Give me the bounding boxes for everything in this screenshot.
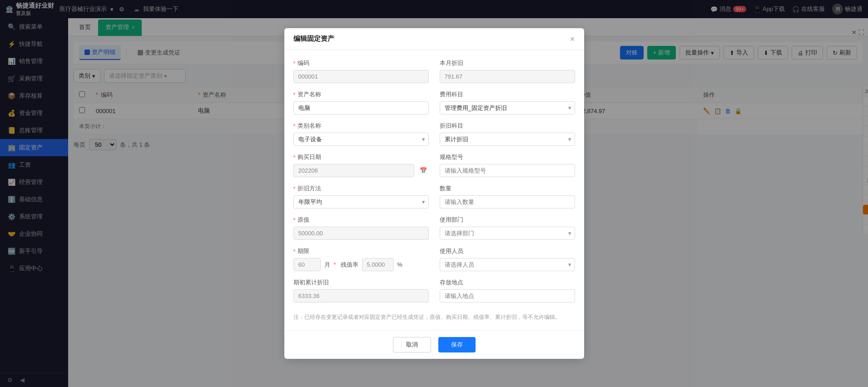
- save-button[interactable]: 保存: [438, 337, 476, 352]
- period-row: 月 * 残值率 %: [293, 258, 429, 271]
- original-value-input[interactable]: [293, 227, 429, 240]
- dep-method-input[interactable]: [293, 195, 429, 208]
- form-label-initial-accumulated: 期初累计折旧: [293, 278, 429, 287]
- form-label-use-person: 使用人员: [440, 247, 575, 255]
- modal-body: * 编码 本月折旧 * 资产名称: [284, 50, 584, 330]
- form-item-period-residual: * 期限 月 * 残值率 %: [293, 247, 429, 271]
- modal-overlay[interactable]: 编辑固定资产 × * 编码 本月折旧: [0, 0, 868, 387]
- period-input[interactable]: [293, 258, 321, 271]
- form-item-use-dept: 使用部门 ▾: [440, 216, 575, 240]
- residual-rate-input[interactable]: [362, 258, 394, 271]
- period-unit: 月: [324, 261, 330, 269]
- form-item-asset-name: * 资产名称: [293, 90, 429, 114]
- form-item-initial-accumulated: 期初累计折旧: [293, 278, 429, 303]
- form-label-period: * 期限: [293, 247, 429, 255]
- modal-header: 编辑固定资产 ×: [284, 28, 584, 50]
- category-wrapper: ▾: [293, 133, 429, 146]
- form-item-expense-subject: 费用科目 ▾: [440, 90, 575, 114]
- form-label-dep-subject: 折旧科目: [440, 122, 575, 130]
- monthly-dep-input[interactable]: [440, 70, 575, 83]
- form-note: 注：已经存在变更记录或者对应固定资产已经生成凭证，原值、购买日期、残值率、累计折…: [293, 313, 575, 321]
- purchase-date-row: 📅: [293, 164, 429, 177]
- code-input[interactable]: [293, 70, 429, 83]
- form-label-storage-location: 存放地点: [440, 278, 575, 287]
- form-item-original-value: * 原值: [293, 216, 429, 240]
- form-label-quantity: 数量: [440, 184, 575, 193]
- form-item-use-person: 使用人员 ▾: [440, 247, 575, 271]
- initial-accumulated-input[interactable]: [293, 289, 429, 303]
- dep-subject-wrapper: ▾: [440, 133, 575, 146]
- use-dept-input[interactable]: [440, 227, 575, 240]
- form-label-original-value: * 原值: [293, 216, 429, 224]
- form-item-spec-model: 规格型号: [440, 153, 575, 177]
- modal-close-btn[interactable]: ×: [570, 35, 575, 43]
- form-item-dep-method: * 折旧方法 ▾: [293, 184, 429, 208]
- form-item-code: * 编码: [293, 59, 429, 83]
- form-item-dep-subject: 折旧科目 ▾: [440, 122, 575, 146]
- modal-title: 编辑固定资产: [293, 35, 334, 43]
- form-label-spec-model: 规格型号: [440, 153, 575, 161]
- form-item-monthly-dep: 本月折旧: [440, 59, 575, 83]
- spec-model-input[interactable]: [440, 164, 575, 177]
- dep-method-wrapper: ▾: [293, 195, 429, 208]
- form-label-asset-name: * 资产名称: [293, 90, 429, 99]
- form-label-expense-subject: 费用科目: [440, 90, 575, 99]
- residual-rate-label: 残值率: [341, 261, 358, 269]
- quantity-input[interactable]: [440, 195, 575, 208]
- residual-rate-unit: %: [397, 261, 403, 268]
- form-item-quantity: 数量: [440, 184, 575, 208]
- modal-footer: 取消 保存: [284, 330, 584, 359]
- use-dept-wrapper: ▾: [440, 227, 575, 240]
- edit-asset-modal: 编辑固定资产 × * 编码 本月折旧: [284, 28, 584, 359]
- expense-subject-wrapper: ▾: [440, 101, 575, 114]
- use-person-input[interactable]: [440, 258, 575, 271]
- cancel-button[interactable]: 取消: [393, 337, 431, 352]
- form-label-purchase-date: * 购买日期: [293, 153, 429, 161]
- category-input[interactable]: [293, 133, 429, 146]
- form-label-dep-method: * 折旧方法: [293, 184, 429, 193]
- form-item-purchase-date: * 购买日期 📅: [293, 153, 429, 177]
- form-label-use-dept: 使用部门: [440, 216, 575, 224]
- use-person-wrapper: ▾: [440, 258, 575, 271]
- form-label-category: * 类别名称: [293, 122, 429, 130]
- expense-subject-input[interactable]: [440, 101, 575, 114]
- form-item-storage-location: 存放地点: [440, 278, 575, 303]
- form-item-category: * 类别名称 ▾: [293, 122, 429, 146]
- storage-location-input[interactable]: [440, 289, 575, 303]
- purchase-date-input[interactable]: [293, 164, 414, 177]
- form-label-monthly-dep: 本月折旧: [440, 59, 575, 67]
- form-label-code: * 编码: [293, 59, 429, 67]
- asset-name-input[interactable]: [293, 101, 429, 114]
- form-grid: * 编码 本月折旧 * 资产名称: [293, 59, 575, 321]
- dep-subject-input[interactable]: [440, 133, 575, 146]
- calendar-icon[interactable]: 📅: [418, 165, 429, 176]
